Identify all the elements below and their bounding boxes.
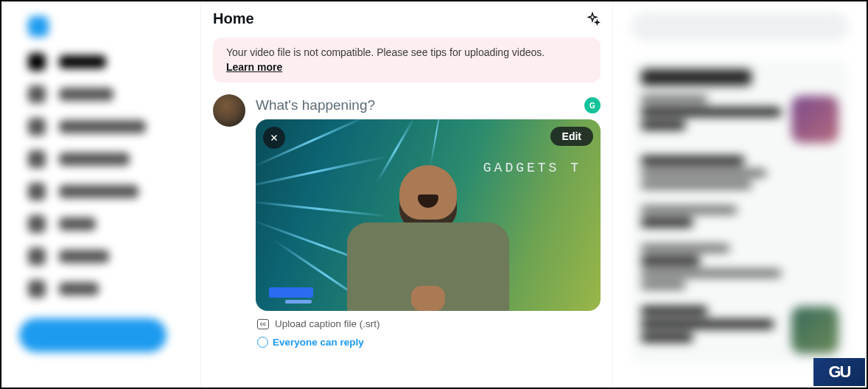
nav-bookmarks[interactable]	[19, 175, 183, 208]
upload-caption-row[interactable]: cc Upload caption file (.srt)	[256, 311, 601, 334]
main-header: Home	[201, 1, 612, 35]
twitter-logo[interactable]	[28, 16, 49, 37]
trend-item[interactable]	[641, 206, 839, 231]
nav-lists[interactable]	[19, 208, 183, 240]
cc-icon: cc	[257, 319, 269, 329]
close-icon	[269, 133, 279, 143]
upload-caption-label: Upload caption file (.srt)	[275, 318, 380, 329]
whats-happening-section	[631, 59, 849, 364]
compose-area: What's happening? G GADGETS T	[201, 90, 612, 355]
edit-media-button[interactable]: Edit	[550, 127, 593, 146]
remove-media-button[interactable]	[263, 127, 285, 149]
nav-home[interactable]	[19, 46, 183, 78]
trend-item[interactable]	[641, 306, 839, 354]
tweet-button[interactable]	[19, 318, 167, 352]
nav-profile[interactable]	[19, 240, 183, 273]
main-column: Home Your video file is not compatible. …	[200, 1, 613, 388]
trend-item[interactable]	[641, 96, 839, 143]
globe-icon	[257, 337, 268, 348]
media-preview: GADGETS T Edit	[256, 119, 601, 311]
error-text: Your video file is not compatible. Pleas…	[226, 46, 587, 58]
search-input[interactable]	[631, 12, 849, 41]
nav-messages[interactable]	[19, 143, 183, 175]
reply-settings-label: Everyone can reply	[273, 337, 364, 348]
watermark: GU	[813, 358, 865, 386]
error-banner: Your video file is not compatible. Pleas…	[213, 38, 601, 83]
nav-explore[interactable]	[19, 78, 183, 111]
trend-item[interactable]	[641, 156, 839, 193]
reply-settings-button[interactable]: Everyone can reply	[256, 334, 601, 351]
right-sidebar	[613, 1, 867, 388]
left-sidebar	[1, 1, 200, 388]
avatar[interactable]	[213, 94, 245, 127]
error-learn-more-link[interactable]: Learn more	[226, 61, 282, 73]
compose-input[interactable]: What's happening?	[256, 97, 375, 113]
trend-item[interactable]	[641, 245, 839, 293]
nav-more[interactable]	[19, 273, 183, 305]
page-title: Home	[213, 10, 254, 27]
grammarly-icon[interactable]: G	[584, 97, 601, 113]
media-person	[347, 165, 509, 311]
sparkle-icon[interactable]	[584, 11, 601, 27]
nav-notifications[interactable]	[19, 111, 183, 143]
